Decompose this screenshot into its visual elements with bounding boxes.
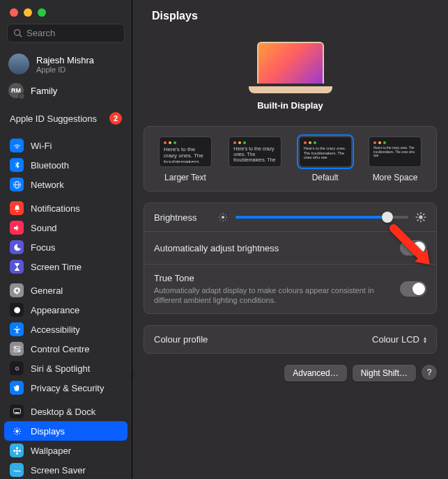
sidebar-item-accessibility[interactable]: Accessibility xyxy=(4,320,128,339)
auto-brightness-row: Automatically adjust brightness xyxy=(144,231,436,264)
search-placeholder: Search xyxy=(26,28,55,38)
resolution-option[interactable]: Here's to the crazy ones. The troublemak… xyxy=(294,135,357,182)
sidebar-item-label: Bluetooth xyxy=(31,160,69,171)
zoom-window-button[interactable] xyxy=(38,8,46,17)
svg-line-18 xyxy=(417,219,419,221)
sidebar-item-wallpaper[interactable]: Wallpaper xyxy=(4,441,128,460)
resolution-option[interactable]: Here's to the crazy ones. The troublemak… xyxy=(224,135,286,182)
main-content: Displays Built-in Display Here's to the … xyxy=(132,0,448,479)
close-window-button[interactable] xyxy=(10,8,18,17)
sidebar-item-label: Wi-Fi xyxy=(31,141,52,151)
resolution-thumbnail: Here's to the crazy ones. The troublemak… xyxy=(369,136,422,167)
advanced-button[interactable]: Advanced… xyxy=(284,365,346,382)
sidebar-item-label: Notifications xyxy=(31,203,80,214)
sidebar-item-appearance[interactable]: Appearance xyxy=(4,300,128,320)
svg-line-19 xyxy=(423,214,424,215)
chevron-updown-icon: ▴▾ xyxy=(424,336,426,343)
sidebar-item-label: Desktop & Dock xyxy=(31,407,95,417)
bluetooth-icon xyxy=(10,158,24,172)
sidebar-item-label: Focus xyxy=(31,242,55,253)
colour-profile-value: Colour LCD xyxy=(372,334,419,345)
flower-icon xyxy=(10,443,24,457)
page-title: Displays xyxy=(132,0,448,25)
sidebar-item-network[interactable]: Network xyxy=(4,175,128,194)
sidebar-item-label: Wallpaper xyxy=(31,446,71,456)
resolution-thumbnail: Here's to the crazy ones. The troublemak… xyxy=(299,136,352,167)
laptop-illustration xyxy=(249,42,332,93)
sidebar-item-label: Privacy & Security xyxy=(31,383,104,393)
sidebar-item-focus[interactable]: Focus xyxy=(4,237,128,257)
family-label: Family xyxy=(31,86,57,96)
sidebar-item-label: Control Centre xyxy=(31,344,90,354)
brightness-row: Brightness xyxy=(144,203,436,231)
search-input[interactable]: Search xyxy=(7,24,125,42)
gear-icon xyxy=(10,283,24,297)
hourglass-icon xyxy=(10,260,24,274)
apple-id-suggestions-row[interactable]: Apple ID Suggestions 2 xyxy=(0,102,132,129)
sidebar-item-notifications[interactable]: Notifications xyxy=(4,198,128,218)
sidebar-item-wifi[interactable]: Wi-Fi xyxy=(4,136,128,155)
true-tone-description: Automatically adapt display to make colo… xyxy=(154,285,377,305)
sidebar-item-bluetooth[interactable]: Bluetooth xyxy=(4,155,128,175)
sidebar-item-label: Screen Time xyxy=(31,262,82,272)
sidebar-item-general[interactable]: General xyxy=(4,281,128,300)
sidebar-item-screentime[interactable]: Screen Time xyxy=(4,257,128,276)
sun-icon xyxy=(10,424,24,438)
resolution-option[interactable]: Here's to the crazy ones. The troublemak… xyxy=(364,135,426,182)
brightness-label: Brightness xyxy=(154,212,196,223)
svg-line-17 xyxy=(423,219,424,221)
night-shift-button[interactable]: Night Shift… xyxy=(353,365,416,382)
sidebar-item-controlcentre[interactable]: Control Centre xyxy=(4,339,128,359)
svg-point-11 xyxy=(419,215,422,219)
wifi-icon xyxy=(10,139,24,152)
svg-line-1 xyxy=(20,35,22,37)
resolution-thumbnail: Here's to the crazy ones. The troublemak… xyxy=(229,136,281,167)
true-tone-row: True Tone Automatically adapt display to… xyxy=(144,264,436,313)
auto-brightness-label: Automatically adjust brightness xyxy=(154,243,279,253)
footer-buttons: Advanced… Night Shift… ? xyxy=(132,359,448,382)
minimize-window-button[interactable] xyxy=(24,8,32,17)
brightness-slider[interactable] xyxy=(235,216,408,219)
svg-point-0 xyxy=(15,30,20,36)
display-settings-panel: Brightness Automatically adjust brightne… xyxy=(144,203,437,314)
sidebar-item-screensaver[interactable]: Screen Saver xyxy=(4,460,128,479)
speaker-icon xyxy=(10,221,24,235)
sidebar-item-label: Displays xyxy=(31,426,65,437)
resolution-option[interactable]: Here's to the crazy ones. The troublemak… xyxy=(154,135,217,182)
sidebar-item-label: Screen Saver xyxy=(31,465,86,476)
svg-line-16 xyxy=(417,214,419,215)
colour-profile-row[interactable]: Colour profile Colour LCD ▴▾ xyxy=(144,326,436,353)
appearance-icon xyxy=(10,303,24,317)
resolution-label: Default xyxy=(312,173,339,182)
help-button[interactable]: ? xyxy=(422,365,437,380)
search-icon xyxy=(13,29,22,38)
sidebar-item-privacy[interactable]: Privacy & Security xyxy=(4,378,128,398)
resolution-thumbnail: Here's to the crazy ones. The troublemak… xyxy=(159,136,212,167)
auto-brightness-toggle[interactable] xyxy=(400,240,426,256)
resolution-label: Larger Text xyxy=(164,173,206,182)
accessibility-icon xyxy=(10,322,24,336)
sidebar-item-displays[interactable]: Displays xyxy=(4,421,128,441)
colour-profile-select[interactable]: Colour LCD ▴▾ xyxy=(372,334,426,345)
user-subtitle: Apple ID xyxy=(36,65,94,74)
wave-icon xyxy=(10,463,24,477)
avatar xyxy=(8,54,29,74)
siri-icon xyxy=(10,361,24,375)
apple-id-row[interactable]: Rajesh Mishra Apple ID xyxy=(0,49,132,79)
resolution-panel: Here's to the crazy ones. The troublemak… xyxy=(144,126,437,191)
svg-line-8 xyxy=(226,219,226,220)
svg-line-10 xyxy=(226,214,226,215)
window-controls xyxy=(0,0,132,24)
sidebar-item-desktop[interactable]: Desktop & Dock xyxy=(4,402,128,421)
family-row[interactable]: RM Family xyxy=(0,79,132,102)
svg-line-7 xyxy=(220,214,221,215)
true-tone-toggle[interactable] xyxy=(400,281,426,297)
sidebar-item-sound[interactable]: Sound xyxy=(4,218,128,237)
sidebar-item-label: Network xyxy=(31,180,64,190)
colour-profile-panel: Colour profile Colour LCD ▴▾ xyxy=(144,325,437,354)
true-tone-label: True Tone xyxy=(154,273,377,283)
switches-icon xyxy=(10,342,24,356)
user-name: Rajesh Mishra xyxy=(36,55,94,65)
sidebar-item-siri[interactable]: Siri & Spotlight xyxy=(4,359,128,378)
sidebar-items: Wi-FiBluetoothNetworkNotificationsSoundF… xyxy=(0,129,132,479)
